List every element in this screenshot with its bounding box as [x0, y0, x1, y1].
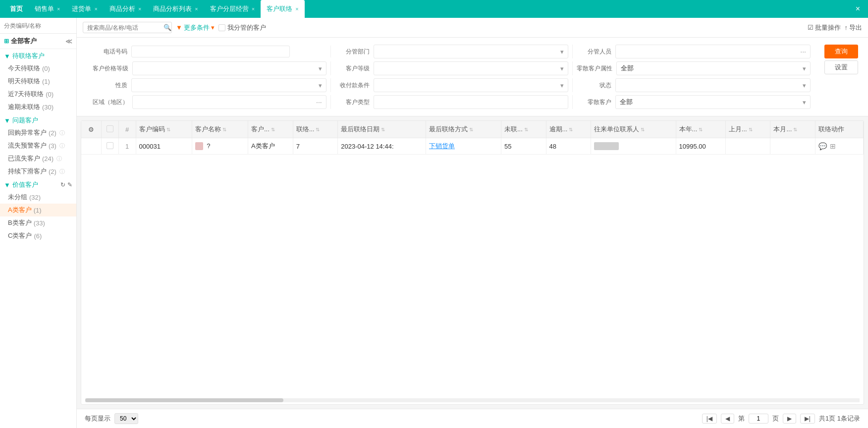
- col-checkbox[interactable]: [101, 121, 118, 138]
- header-checkbox[interactable]: [107, 125, 113, 132]
- dept-select[interactable]: ▾: [374, 45, 569, 58]
- value-group-refresh[interactable]: ↻: [60, 181, 65, 188]
- customer-type-select[interactable]: [374, 95, 569, 109]
- person-select[interactable]: ···: [615, 45, 811, 58]
- page-prev-btn[interactable]: ◀: [721, 414, 734, 424]
- col-this-month[interactable]: 本月... ⇅: [770, 121, 815, 138]
- col-overdue[interactable]: 逾期... ⇅: [546, 121, 591, 138]
- col-this-year[interactable]: 本年... ⇅: [676, 121, 725, 138]
- col-overdue-sort[interactable]: ⇅: [569, 127, 573, 132]
- sidebar-value-group[interactable]: ▼ 价值客户 ↻ ✎: [0, 178, 76, 191]
- retail-attr-select[interactable]: 全部 ▾: [616, 61, 811, 75]
- col-type-sort[interactable]: ⇅: [271, 127, 275, 132]
- gear-icon[interactable]: ⚙: [88, 126, 94, 133]
- scrollbar-thumb[interactable]: [85, 398, 283, 402]
- my-customers-checkbox[interactable]: 我分管的客户: [218, 23, 266, 32]
- sidebar-collapse-icon[interactable]: ≪: [65, 38, 72, 45]
- purchase-tab-close[interactable]: ×: [94, 6, 97, 12]
- region-more[interactable]: ···: [316, 98, 322, 106]
- nav-tab-product-analysis[interactable]: 商品分析 ×: [104, 0, 147, 18]
- customer-level-select[interactable]: ▾: [374, 61, 569, 75]
- sidebar-item-repurchase-anomaly[interactable]: 回购异常客户 (2) ⓘ: [0, 126, 76, 139]
- page-number-input[interactable]: [749, 414, 768, 424]
- sidebar-item-declining[interactable]: 持续下滑客户 (2) ⓘ: [0, 165, 76, 178]
- sidebar-problem-group[interactable]: ▼ 问题客户: [0, 113, 76, 126]
- sidebar-item-class-b[interactable]: B类客户 (33): [0, 216, 76, 229]
- sidebar-item-today-pending[interactable]: 今天待联络 (0): [0, 62, 76, 75]
- nature-select[interactable]: ▾: [131, 78, 326, 92]
- sidebar-pending-group[interactable]: ▼ 待联络客户: [0, 49, 76, 62]
- col-last-month[interactable]: 上月... ⇅: [725, 121, 770, 138]
- col-name[interactable]: 客户名称 ⇅: [192, 121, 248, 138]
- col-last-contact-method[interactable]: 最后联络方式 ⇅: [426, 121, 501, 138]
- nav-tab-customer-segment[interactable]: 客户分层经营 ×: [204, 0, 261, 18]
- sidebar-item-churned[interactable]: 已流失客户 (24) ⓘ: [0, 152, 76, 165]
- col-unit-contact-sort[interactable]: ⇅: [641, 127, 645, 132]
- col-name-sort[interactable]: ⇅: [222, 127, 226, 132]
- sidebar-all-customers[interactable]: ⊞ 全部客户 ≪: [0, 34, 76, 49]
- sidebar-item-tomorrow-pending[interactable]: 明天待联络 (1): [0, 75, 76, 88]
- nav-tab-product-list[interactable]: 商品分析列表 ×: [147, 0, 204, 18]
- status-select[interactable]: ▾: [615, 78, 811, 92]
- col-code-sort[interactable]: ⇅: [166, 127, 170, 132]
- nav-tab-customer-contact[interactable]: 客户联络 ×: [261, 0, 304, 18]
- nav-tab-purchase[interactable]: 进货单 ×: [66, 0, 103, 18]
- col-contact-sort[interactable]: ⇅: [316, 127, 320, 132]
- page-next-btn[interactable]: ▶: [783, 414, 796, 424]
- value-group-edit[interactable]: ✎: [67, 181, 72, 188]
- page-size-select[interactable]: 50: [114, 413, 138, 424]
- page-last-btn[interactable]: ▶|: [800, 414, 815, 424]
- filter-search-icon[interactable]: 🔍: [163, 24, 171, 31]
- more-conditions-button[interactable]: ▼ 更多条件 ▾: [176, 23, 215, 32]
- sidebar-item-class-a[interactable]: A类客户 (1): [0, 204, 76, 216]
- customer-contact-tab-close[interactable]: ×: [295, 6, 298, 12]
- churn-warning-info-icon[interactable]: ⓘ: [59, 142, 65, 150]
- declining-info-icon[interactable]: ⓘ: [59, 168, 65, 175]
- nav-tab-home[interactable]: 首页: [4, 0, 29, 18]
- churned-info-icon[interactable]: ⓘ: [56, 155, 62, 162]
- col-no-contact[interactable]: 未联... ⇅: [501, 121, 546, 138]
- sidebar-item-unclassified[interactable]: 未分组 (32): [0, 191, 76, 204]
- row-last-contact-method[interactable]: 下销货单: [426, 138, 501, 155]
- sidebar-search-input[interactable]: [4, 22, 77, 29]
- chat-icon[interactable]: 💬: [818, 142, 827, 150]
- horizontal-scrollbar[interactable]: [85, 398, 860, 402]
- product-list-tab-close[interactable]: ×: [195, 6, 198, 12]
- customer-segment-tab-close[interactable]: ×: [252, 6, 255, 12]
- nav-tab-sales[interactable]: 销售单 ×: [29, 0, 66, 18]
- page-first-btn[interactable]: |◀: [702, 414, 717, 424]
- col-no-contact-sort[interactable]: ⇅: [524, 127, 528, 132]
- col-method-sort[interactable]: ⇅: [469, 127, 473, 132]
- search-button[interactable]: 查询: [824, 45, 858, 58]
- sidebar-item-churn-warning[interactable]: 流失预警客户 (3) ⓘ: [0, 139, 76, 152]
- sidebar-item-class-c[interactable]: C类客户 (6): [0, 229, 76, 242]
- product-analysis-tab-close[interactable]: ×: [138, 6, 141, 12]
- col-unit-contact[interactable]: 往来单位联系人 ⇅: [591, 121, 676, 138]
- my-customers-check[interactable]: [218, 24, 225, 31]
- col-last-contact-date[interactable]: 最后联络日期 ⇅: [338, 121, 426, 138]
- export-button[interactable]: ↑ 导出: [845, 23, 863, 32]
- col-gear[interactable]: ⚙: [81, 121, 101, 138]
- person-more[interactable]: ···: [800, 48, 806, 55]
- col-last-month-sort[interactable]: ⇅: [749, 127, 753, 132]
- col-customer-type[interactable]: 客户... ⇅: [248, 121, 293, 138]
- col-contact[interactable]: 联络... ⇅: [293, 121, 338, 138]
- contact-method-link[interactable]: 下销货单: [429, 142, 455, 150]
- col-code[interactable]: 客户编码 ⇅: [136, 121, 192, 138]
- sidebar-item-7days-pending[interactable]: 近7天待联络 (0): [0, 88, 76, 101]
- app-close-button[interactable]: ×: [852, 4, 864, 13]
- sidebar-item-overdue-pending[interactable]: 逾期未联络 (30): [0, 101, 76, 113]
- repurchase-anomaly-info-icon[interactable]: ⓘ: [59, 129, 65, 137]
- row-check[interactable]: [107, 142, 113, 149]
- batch-op-button[interactable]: ☑ 批量操作: [808, 23, 841, 32]
- col-date-sort[interactable]: ⇅: [381, 127, 385, 132]
- grid-icon[interactable]: ⊞: [830, 142, 836, 150]
- price-level-select[interactable]: ▾: [132, 61, 326, 75]
- sales-tab-close[interactable]: ×: [57, 6, 60, 12]
- settings-button[interactable]: 设置: [824, 60, 858, 74]
- filter-search-input[interactable]: [87, 24, 162, 31]
- phone-input[interactable]: [131, 46, 290, 57]
- retail-customer-select[interactable]: 全部 ▾: [615, 95, 811, 109]
- col-this-month-sort[interactable]: ⇅: [793, 127, 797, 132]
- payment-select[interactable]: ▾: [374, 78, 569, 92]
